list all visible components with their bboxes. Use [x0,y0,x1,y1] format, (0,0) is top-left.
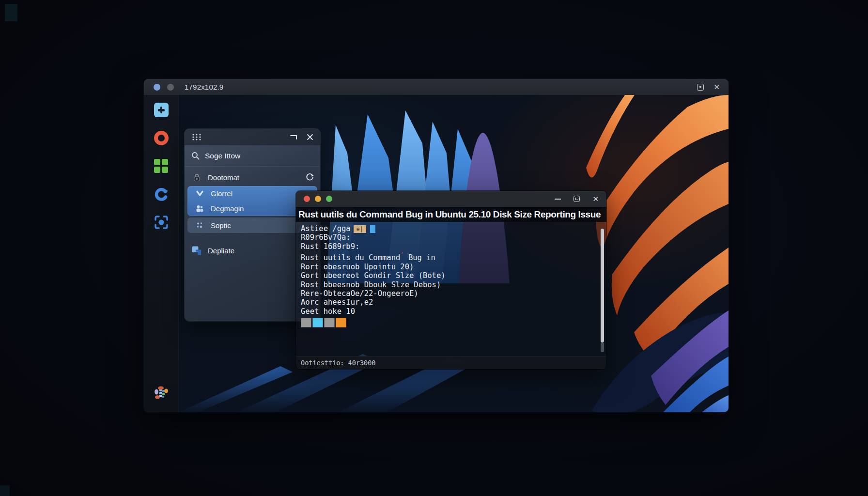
menu-item-label: Soptic [211,221,231,230]
apps-grid-icon [154,159,169,173]
terminal-cursor [370,225,375,233]
sidebar-capture-button[interactable] [153,214,170,231]
app-window: 1792x102.9 ✕ [144,79,728,412]
two-tone-squares-icon [191,245,202,256]
restore-icon[interactable] [697,84,704,91]
zoom-traffic-light[interactable] [326,196,332,202]
background-artifact [0,485,10,496]
window-title: 1792x102.9 [185,83,223,91]
color-swatch [336,318,346,327]
sidebar-apps-button[interactable] [153,158,170,174]
app-launcher-flower-icon [154,386,169,401]
restore-icon[interactable] [574,196,580,202]
menu-item-label: Dootomat [208,173,239,182]
terminal-output: Astiee /ggae| R09r6Bv7Qa: Rust 1689rb9: … [296,222,606,356]
color-swatch [312,318,323,327]
people-icon [194,204,205,213]
window-dot-gray[interactable] [167,84,174,91]
menu-item-label: Depliate [208,247,234,255]
red-mark: ’ [400,252,403,259]
ansi-block: e| [354,225,366,233]
search-icon [191,152,200,160]
group-dots-icon [194,221,205,229]
minimize-traffic-light[interactable] [315,196,321,202]
sidebar-launcher-button[interactable] [153,385,170,402]
sidebar-record-button[interactable] [153,130,170,146]
add-square-icon [154,103,169,117]
launcher-panel-titlebar[interactable] [185,129,320,145]
terminal-heading: Rust uutils du Command Bug in Ubuntu 25.… [296,207,606,222]
terminal-titlebar[interactable]: ✕ [296,191,606,207]
close-icon[interactable]: ✕ [713,83,720,91]
status-text: Ootiesttio: 40r3000 [301,359,375,367]
scrollbar-thumb[interactable] [601,342,604,352]
menu-item-label: Glorrel [211,189,232,198]
color-swatch [301,318,311,327]
color-swatch [324,318,335,327]
record-ring-icon [154,131,169,145]
scrollbar[interactable] [601,229,604,342]
minimize-icon[interactable] [555,199,561,200]
lock-icon [191,173,202,182]
screen-capture-icon [154,215,169,230]
color-swatch-row [301,318,602,327]
chevron-v-icon [194,190,205,197]
app-titlebar: 1792x102.9 ✕ [144,79,728,95]
menu-item-dootomat[interactable]: Dootomat [185,170,320,185]
terminal-window: ✕ Rust uutils du Command Bug in Ubuntu 2… [296,191,606,369]
terminal-status-bar: Ootiesttio: 40r3000 [296,356,606,369]
refresh-icon[interactable] [305,172,314,183]
background-artifact [5,4,17,21]
sidebar-add-button[interactable] [153,102,170,118]
drag-grid-icon[interactable] [191,133,204,141]
window-dot-blue[interactable] [154,84,160,91]
close-traffic-light[interactable] [304,196,310,202]
desktop-background: 1792x102.9 ✕ [0,0,868,496]
search-row[interactable] [185,145,320,167]
menu-item-label: Degmagin [211,204,244,213]
refresh-c-icon [154,187,169,202]
search-input[interactable] [205,152,297,160]
sidebar [144,95,179,412]
close-icon[interactable]: ✕ [592,195,599,202]
close-icon[interactable] [307,134,313,140]
sidebar-refresh-button[interactable] [153,186,170,202]
minimize-icon[interactable] [290,134,298,140]
